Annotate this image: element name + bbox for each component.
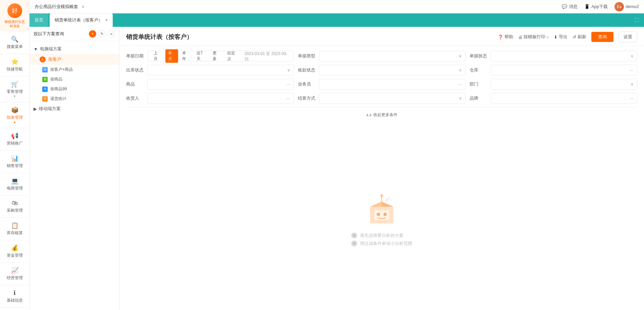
chevron-up-icon: ▲ (13, 120, 16, 124)
sidebar-item-basics[interactable]: ℹ 基础信息 (0, 285, 29, 308)
search-icon: 🔍 (11, 36, 18, 43)
tree-group-desktop-title[interactable]: ▼ 电脑端方案 (30, 44, 119, 54)
out-status-input[interactable]: ∨ (147, 65, 294, 75)
topbar-right: 💬 消息 📱 App下载 Ea demo2 (562, 2, 639, 11)
logo-icon: 好 (7, 3, 22, 18)
warehouse-dots-icon[interactable]: ··· (630, 67, 634, 73)
inventory-icon: 📋 (11, 222, 18, 229)
user-name: demo2 (626, 4, 639, 9)
sidebar-item-wholesale-label: 批发管理 (7, 115, 23, 120)
scheme-subitem-goods99[interactable]: 表 按商品99 (30, 84, 119, 94)
sidebar-item-retail[interactable]: 🛒 零售管理 ▼ (0, 76, 29, 102)
date-tab-more[interactable]: 更多 (210, 49, 223, 63)
svg-point-2 (377, 213, 380, 216)
tree-group-mobile-label: 移动端方案 (39, 106, 61, 112)
goods-dots-icon[interactable]: ··· (286, 82, 290, 87)
tab-sales-stats[interactable]: 销货单统计表（按客户） × (50, 13, 113, 27)
order-status-label: 单据状态 (470, 53, 488, 59)
user-menu[interactable]: Ea demo2 (614, 2, 639, 11)
sidebar-item-operations[interactable]: 📈 经营管理 (0, 263, 29, 285)
help-label: 帮助 (504, 34, 513, 40)
goods-input[interactable]: ··· (147, 79, 294, 90)
print-btn[interactable]: 🖨 按模板打印 ∨ (518, 34, 549, 40)
empty-illustration (362, 188, 402, 228)
scheme-subicon-table99: 表 (42, 87, 48, 92)
salesman-dots-icon[interactable]: ··· (458, 82, 462, 87)
receiver-label: 收货人 (126, 95, 145, 101)
chevron-down-icon: ▼ (13, 95, 16, 98)
date-tab-thismonth[interactable]: 本月 (165, 49, 178, 63)
scheme-icon-customer: 人 (40, 56, 46, 62)
settlement-input[interactable]: ∨ (319, 93, 466, 104)
brand-input[interactable]: ··· (491, 93, 637, 104)
scheme-subitem-goods[interactable]: 表 按商品 (30, 74, 119, 84)
tab-close-icon[interactable]: × (105, 18, 108, 22)
collapse-btn[interactable]: ∧∧ 收起更多条件 (364, 110, 399, 120)
maximize-icon[interactable]: ⛶ (630, 18, 644, 23)
scheme-edit-btn[interactable]: ✎ (98, 30, 106, 38)
scheme-subicon-chart: 图 (42, 96, 48, 102)
sidebar-item-shortcuts[interactable]: ⭐ 快捷导航 (0, 54, 29, 76)
page-header: 销货单统计表（按客户） ❓ 帮助 🖨 按模板打印 ∨ ⬇ 导出 (119, 27, 644, 46)
receiver-dots-icon[interactable]: ··· (286, 96, 290, 101)
app-download-btn[interactable]: 📱 App下载 (584, 4, 608, 10)
sidebar-item-search[interactable]: 🔍 搜索菜单 (0, 32, 29, 54)
sidebar-item-marketing[interactable]: 📢 营销推广 (0, 128, 29, 151)
salesman-input[interactable]: ··· (319, 79, 466, 90)
dept-input[interactable]: ∨ (491, 79, 637, 90)
scheme-subitem-return[interactable]: 图 退货统计 (30, 94, 119, 104)
svg-point-5 (380, 194, 383, 197)
scheme-subitem-customer-goods[interactable]: 格 按客户+商品 (30, 65, 119, 74)
help-btn[interactable]: ❓ 帮助 (498, 34, 513, 40)
sidebar-item-purchase[interactable]: 🛍 采购管理 (0, 196, 29, 218)
message-btn[interactable]: 💬 消息 (562, 4, 578, 10)
order-status-input[interactable]: ∨ (491, 51, 637, 61)
order-status-arrow-icon: ∨ (631, 54, 634, 58)
filter-item-collect-status: 收款状态 ∨ (298, 65, 466, 75)
sidebar-item-ecommerce-label: 电商管理 (7, 186, 23, 191)
refresh-btn[interactable]: ↺ 刷新 (573, 34, 586, 40)
topbar: 办公用品行业模拟账套 ∨ 💬 消息 📱 App下载 Ea demo2 (30, 0, 644, 13)
sidebar-item-wholesale[interactable]: 📦 批发管理 ▲ (0, 102, 29, 128)
sidebar-item-sales[interactable]: 📊 销售管理 (0, 151, 29, 173)
svg-point-3 (383, 213, 387, 216)
sidebar-item-ecommerce[interactable]: 💻 电商管理 (0, 173, 29, 196)
scheme-item-customer[interactable]: 人 按客户 (30, 54, 119, 65)
filter-item-order-status: 单据状态 ∨ (470, 51, 637, 61)
tab-home[interactable]: 首页 (30, 13, 48, 27)
collapse-label: 收起更多条件 (373, 112, 397, 118)
scheme-subicon-table: 表 (42, 77, 48, 82)
sidebar-item-inventory[interactable]: 📋 库存核算 (0, 218, 29, 240)
sidebar-item-system[interactable]: ⚙ 系统管理 (0, 308, 29, 310)
collect-status-input[interactable]: ∨ (319, 65, 466, 75)
order-type-input[interactable]: ∨ (319, 51, 466, 61)
receiver-input[interactable]: ··· (147, 93, 294, 104)
svg-point-7 (388, 197, 390, 200)
date-filter-input[interactable]: 上月 本月 本年 近7天 更多 自定义 2023-03-01 至 2023-03… (147, 51, 294, 61)
tab-home-label: 首页 (35, 17, 43, 23)
scheme-panel-header: 按以下方案查询 + ✎ « (30, 27, 119, 41)
scheme-panel-actions: + ✎ « (89, 30, 115, 38)
print-label: 按模板打印 (524, 34, 545, 40)
export-btn[interactable]: ⬇ 导出 (554, 34, 568, 40)
warehouse-input[interactable]: ··· (491, 65, 637, 75)
scheme-add-btn[interactable]: + (89, 30, 96, 38)
date-tab-7days[interactable]: 近7天 (194, 49, 209, 63)
tree-group-mobile-title[interactable]: ▶ 移动端方案 (30, 104, 119, 114)
tree-group-mobile: ▶ 移动端方案 (30, 104, 119, 114)
refresh-label: 刷新 (578, 34, 586, 40)
date-tab-custom[interactable]: 自定义 (224, 49, 241, 63)
warehouse-label: 仓库 (470, 67, 488, 73)
page-actions: ❓ 帮助 🖨 按模板打印 ∨ ⬇ 导出 ↺ 刷新 (498, 32, 637, 42)
date-tab-lastmonth[interactable]: 上月 (151, 49, 164, 63)
setting-btn[interactable]: 设置 (619, 32, 637, 42)
goods-label: 商品 (126, 81, 145, 87)
date-tab-thisyear[interactable]: 本年 (179, 49, 193, 63)
dropdown-arrow-icon[interactable]: ∨ (82, 4, 85, 9)
query-btn[interactable]: 查询 (591, 32, 613, 42)
scheme-collapse-btn[interactable]: « (108, 30, 115, 38)
brand-dots-icon[interactable]: ··· (630, 96, 634, 101)
filter-item-salesman: 业务员 ··· (298, 79, 466, 90)
filter-row-1: 单据日期 上月 本月 本年 近7天 更多 自定义 2023-03-01 至 20… (126, 51, 637, 61)
sidebar-item-finance[interactable]: 💰 资金管理 (0, 240, 29, 263)
